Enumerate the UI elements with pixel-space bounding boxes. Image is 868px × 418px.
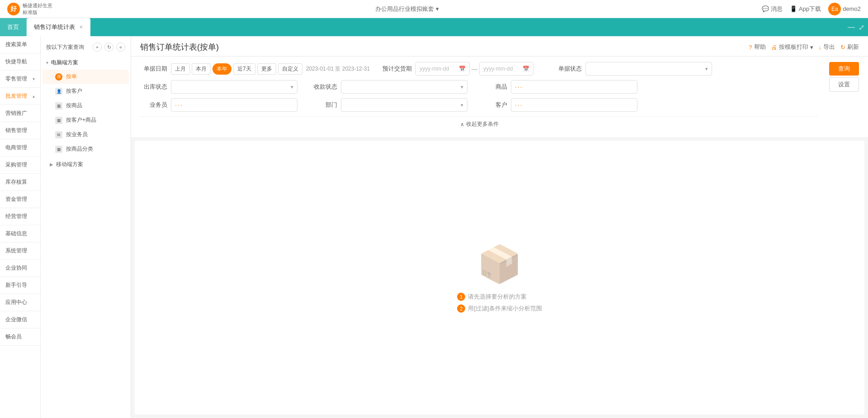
date-label: 单据日期 <box>140 65 167 73</box>
scheme-item-by-product[interactable]: ▦ 按商品 <box>42 99 129 113</box>
top-bar-right: 💬 消息 📱 App下载 Ea demo2 <box>762 3 861 15</box>
tab-home[interactable]: 首页 <box>0 18 27 36</box>
calendar-icon-2: 📅 <box>523 66 529 72</box>
sidebar-item-quicknav[interactable]: 快捷导航 <box>0 53 40 71</box>
product-input[interactable]: ··· <box>511 80 637 94</box>
sidebar-item-app-center[interactable]: 应用中心 <box>0 294 40 311</box>
desktop-scheme-header[interactable]: ▾ 电脑端方案 <box>41 56 131 69</box>
sidebar-item-system[interactable]: 系统管理 <box>0 242 40 260</box>
setting-button[interactable]: 设置 <box>829 77 859 92</box>
sidebar-item-search[interactable]: 搜索菜单 <box>0 36 40 53</box>
print-icon: 🖨 <box>771 44 777 51</box>
main-page: 销售订单统计表(按单) ? 帮助 🖨 按模板打印 ▾ ↓ 导出 <box>131 36 868 418</box>
user-menu[interactable]: Ea demo2 <box>828 3 861 15</box>
product-icon: ▦ <box>55 102 62 109</box>
sidebar-item-operations[interactable]: 经营管理 <box>0 208 40 225</box>
help-button[interactable]: ? 帮助 <box>749 43 765 51</box>
filter-row-2: 出库状态 ▾ 收款状态 ▾ 商品 <box>140 80 818 94</box>
sidebar-item-enterprise-wechat[interactable]: 企业微信 <box>0 311 40 328</box>
department-label: 部门 <box>310 101 337 109</box>
date-btn-7days[interactable]: 近7天 <box>233 63 255 75</box>
template-print-button[interactable]: 🖨 按模板打印 ▾ <box>771 43 813 51</box>
collapse-panel-button[interactable]: « <box>116 43 125 52</box>
refresh-button[interactable]: ↻ 刷新 <box>840 43 859 51</box>
out-status-select[interactable]: ▾ <box>171 80 297 94</box>
add-scheme-button[interactable]: + <box>93 43 102 52</box>
customer-more-icon[interactable]: ··· <box>515 101 523 109</box>
message-icon: 💬 <box>762 5 769 12</box>
sidebar-item-finance[interactable]: 资金管理 <box>0 191 40 208</box>
salesperson-more-icon[interactable]: ··· <box>175 101 183 109</box>
tab-close-icon[interactable]: × <box>80 24 83 30</box>
filter-row-3: 业务员 ··· 部门 ▾ 客户 <box>140 98 818 112</box>
more-options-icon[interactable]: ··· <box>515 83 523 90</box>
message-button[interactable]: 💬 消息 <box>762 5 783 13</box>
nav-tabs: 首页 销售订单统计表 × — ⤢ <box>0 18 868 36</box>
customer-icon: 👤 <box>55 88 62 95</box>
minimize-icon[interactable]: — <box>848 23 855 31</box>
date-btn-more[interactable]: 更多 <box>257 63 276 75</box>
scheme-item-by-product-category[interactable]: ▦ 按商品分类 <box>42 142 129 156</box>
sidebar-item-retail[interactable]: 零售管理 ▾ <box>0 71 40 88</box>
bill-status-select[interactable]: ▾ <box>585 62 712 76</box>
left-panel-icons: + ↻ « <box>93 43 125 52</box>
scheme-item-by-salesperson[interactable]: ▤ 按业务员 <box>42 128 129 142</box>
sidebar-item-basic-info[interactable]: 基础信息 <box>0 225 40 242</box>
salesperson-input[interactable]: ··· <box>171 98 297 112</box>
export-button[interactable]: ↓ 导出 <box>819 43 835 51</box>
date-btn-custom[interactable]: 自定义 <box>278 63 302 75</box>
customer-input[interactable]: ··· <box>511 98 637 112</box>
scheme-item-by-order[interactable]: 按 按单 <box>42 70 129 84</box>
filter-actions-col: 查询 设置 <box>829 62 859 132</box>
collapse-filters-button[interactable]: ∧ 收起更多条件 <box>140 116 818 132</box>
category-icon: ▦ <box>55 146 62 153</box>
payment-status-select[interactable]: ▾ <box>341 80 467 94</box>
sidebar-item-purchase[interactable]: 采购管理 <box>0 157 40 174</box>
main-layout: 搜索菜单 快捷导航 零售管理 ▾ 批发管理 ▴ 营销推广 销售管理 电商管理 采… <box>0 36 868 418</box>
calendar-icon: 📅 <box>459 66 466 72</box>
date-btn-this-month[interactable]: 本月 <box>192 63 211 75</box>
logo-text: 畅捷通好生意 标准版 <box>23 2 52 15</box>
scheme-item-by-customer-product[interactable]: ▦ 按客户+商品 <box>42 113 129 127</box>
page-header-actions: ? 帮助 🖨 按模板打印 ▾ ↓ 导出 ↻ 刷新 <box>749 43 859 51</box>
sidebar-item-wholesale[interactable]: 批发管理 ▴ <box>0 88 40 105</box>
mobile-scheme-header[interactable]: ▶ 移动端方案 <box>41 158 131 171</box>
sidebar-item-member[interactable]: 畅会员 <box>0 328 40 346</box>
query-button[interactable]: 查询 <box>829 62 859 76</box>
sidebar-item-newbie[interactable]: 新手引导 <box>0 277 40 294</box>
date-btn-last-month[interactable]: 上月 <box>171 63 190 75</box>
tip-num-1: 1 <box>457 293 465 301</box>
sidebar-item-ecommerce[interactable]: 电商管理 <box>0 139 40 157</box>
sidebar-item-inventory[interactable]: 库存核算 <box>0 174 40 191</box>
salesperson-icon: ▤ <box>55 131 62 138</box>
bill-status-label: 单据状态 <box>555 65 582 73</box>
dropdown-arrow-icon: ▾ <box>810 44 813 51</box>
expected-date-start[interactable]: yyyy-mm-dd 📅 <box>415 62 470 76</box>
industry-selector[interactable]: 办公用品行业模拟账套 ▾ <box>375 5 439 13</box>
tab-sales-order-stats[interactable]: 销售订单统计表 × <box>27 18 90 36</box>
scheme-item-by-customer[interactable]: 👤 按客户 <box>42 84 129 98</box>
product-label: 商品 <box>480 83 507 91</box>
filter-area: 单据日期 上月 本月 本年 近7天 更多 自定义 2023-01-01 至 20… <box>131 57 868 137</box>
department-select[interactable]: ▾ <box>341 98 467 112</box>
chevron-right-icon: ▶ <box>50 162 53 167</box>
date-btn-this-year[interactable]: 本年 <box>212 63 231 75</box>
empty-illustration: 📦 <box>477 243 522 285</box>
app-download-button[interactable]: 📱 App下载 <box>790 5 821 13</box>
avatar: Ea <box>828 3 841 15</box>
dropdown-arrow-icon-4: ▾ <box>461 102 463 108</box>
date-separator: — <box>472 66 477 72</box>
sidebar-item-marketing[interactable]: 营销推广 <box>0 105 40 122</box>
sidebar-item-sales[interactable]: 销售管理 <box>0 122 40 139</box>
sidebar-item-enterprise-collab[interactable]: 企业协同 <box>0 260 40 277</box>
dropdown-arrow-icon: ▾ <box>705 66 708 72</box>
desktop-scheme-group: ▾ 电脑端方案 按 按单 👤 按客户 ▦ 按商品 ▦ 按客户+商品 <box>41 56 131 156</box>
date-range-display: 2023-01-01 至 2023-12-31 <box>306 65 370 73</box>
expected-date-end[interactable]: yyyy-mm-dd 📅 <box>479 62 533 76</box>
help-icon: ? <box>749 44 752 51</box>
refresh-scheme-button[interactable]: ↻ <box>104 43 113 52</box>
refresh-icon: ↻ <box>840 44 845 51</box>
expand-icon[interactable]: ⤢ <box>859 23 864 32</box>
tip-num-2: 2 <box>457 304 465 313</box>
chevron-down-icon: ▾ <box>436 5 439 12</box>
